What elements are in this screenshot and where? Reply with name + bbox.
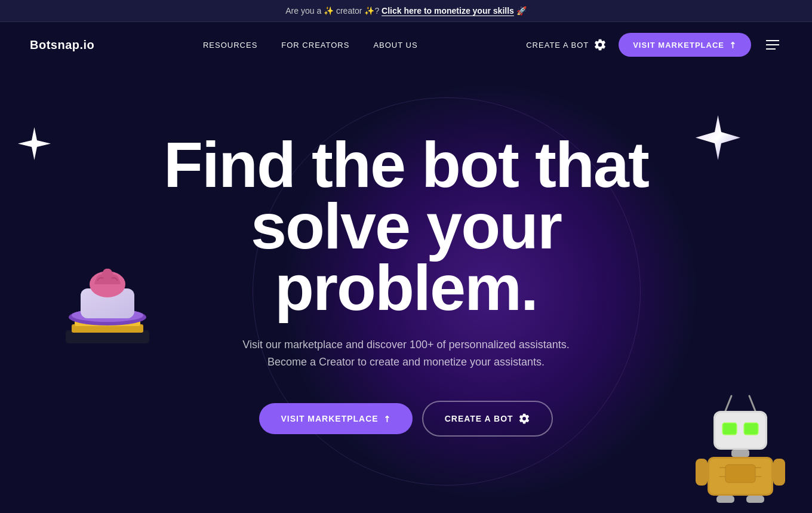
hamburger-line-3 bbox=[766, 48, 776, 50]
create-bot-nav-label: CREATE A BOT bbox=[526, 41, 589, 50]
svg-line-11 bbox=[749, 396, 755, 411]
arrow-icon: ↗ bbox=[727, 39, 739, 51]
svg-rect-15 bbox=[722, 423, 737, 435]
banner-text-before: Are you a ✨ creator ✨? bbox=[285, 6, 382, 16]
banner-cta[interactable]: Click here to monetize your skills bbox=[382, 6, 514, 16]
visit-marketplace-hero-label: VISIT MARKETPLACE bbox=[281, 414, 378, 423]
hamburger-line-2 bbox=[766, 44, 779, 45]
create-bot-nav-link[interactable]: CREATE A BOT bbox=[526, 38, 607, 51]
brain-bot-svg bbox=[48, 232, 167, 351]
star-decoration-right bbox=[696, 115, 740, 162]
top-banner: Are you a ✨ creator ✨? Click here to mon… bbox=[0, 0, 812, 22]
gear-icon bbox=[593, 38, 607, 51]
hamburger-menu[interactable] bbox=[763, 37, 782, 53]
svg-rect-17 bbox=[744, 423, 758, 435]
logo[interactable]: Botsnap.io bbox=[30, 38, 94, 52]
navbar-right: CREATE A BOT VISIT MARKETPLACE ↗ bbox=[526, 33, 782, 57]
hero-buttons: VISIT MARKETPLACE ↗ CREATE A BOT bbox=[164, 401, 648, 437]
hamburger-line-1 bbox=[766, 40, 779, 41]
svg-rect-29 bbox=[746, 496, 764, 503]
brain-bot-illustration bbox=[48, 232, 167, 351]
hero-content: Find the bot that solve your problem. Vi… bbox=[164, 134, 648, 436]
svg-rect-26 bbox=[696, 459, 708, 486]
brain-bot-art bbox=[48, 232, 167, 351]
star-icon-right bbox=[696, 115, 740, 160]
hero-subtitle: Visit our marketplace and discover 100+ … bbox=[227, 336, 585, 371]
hero-title-line3: problem. bbox=[275, 251, 537, 324]
star-decoration-left bbox=[18, 127, 51, 162]
navbar: Botsnap.io RESOURCES FOR CREATORS ABOUT … bbox=[0, 22, 812, 67]
create-bot-gear-icon bbox=[518, 413, 530, 425]
banner-text-after: 🚀 bbox=[514, 6, 527, 16]
svg-rect-28 bbox=[716, 496, 734, 503]
create-bot-hero-button[interactable]: CREATE A BOT bbox=[422, 401, 553, 437]
marketplace-arrow-icon: ↗ bbox=[381, 412, 393, 425]
nav-item-resources[interactable]: RESOURCES bbox=[203, 39, 257, 50]
create-bot-hero-label: CREATE A BOT bbox=[445, 414, 513, 423]
svg-rect-27 bbox=[773, 459, 785, 486]
svg-marker-0 bbox=[18, 127, 51, 160]
svg-rect-20 bbox=[731, 450, 749, 457]
nav-links: RESOURCES FOR CREATORS ABOUT US bbox=[203, 39, 418, 50]
nav-item-about-us[interactable]: ABOUT US bbox=[373, 39, 417, 50]
visit-marketplace-nav-label: VISIT MARKETPLACE bbox=[633, 41, 724, 50]
hero-title: Find the bot that solve your problem. bbox=[164, 134, 648, 318]
svg-rect-25 bbox=[725, 465, 755, 483]
visit-marketplace-hero-button[interactable]: VISIT MARKETPLACE ↗ bbox=[259, 403, 412, 434]
hero-section: Find the bot that solve your problem. Vi… bbox=[0, 67, 812, 513]
nav-link-for-creators[interactable]: FOR CREATORS bbox=[281, 41, 349, 50]
robot-bot-svg bbox=[693, 390, 788, 503]
visit-marketplace-nav-button[interactable]: VISIT MARKETPLACE ↗ bbox=[619, 33, 751, 57]
svg-line-10 bbox=[725, 396, 731, 411]
svg-marker-1 bbox=[696, 115, 740, 160]
nav-link-about-us[interactable]: ABOUT US bbox=[373, 41, 417, 50]
nav-link-resources[interactable]: RESOURCES bbox=[203, 41, 257, 50]
robot-bot-illustration bbox=[693, 390, 788, 497]
nav-item-for-creators[interactable]: FOR CREATORS bbox=[281, 39, 349, 50]
star-icon-left bbox=[18, 127, 51, 160]
